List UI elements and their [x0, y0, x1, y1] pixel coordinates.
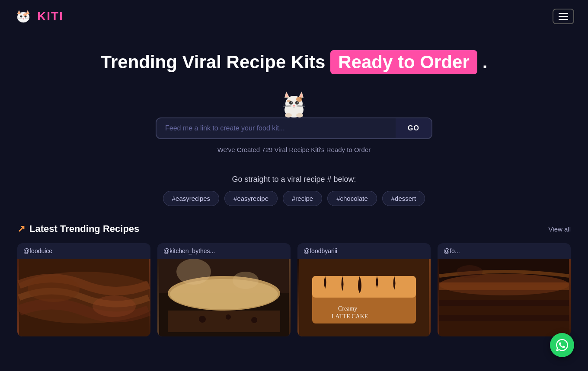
logo[interactable]: KITI [14, 7, 64, 26]
cat-mascot [9, 87, 579, 122]
svg-point-34 [296, 113, 303, 117]
recipe-card[interactable]: @foodbyariii Creamy LATTE CAKE [297, 243, 431, 336]
svg-point-26 [291, 101, 292, 102]
card-author: @foodbyariii [297, 243, 431, 259]
trending-title-container: ↗ Latest Trending Recipes [17, 223, 139, 235]
svg-rect-43 [168, 311, 280, 332]
view-all-link[interactable]: View all [549, 225, 571, 233]
card-author: @fooduice [17, 243, 150, 259]
svg-point-27 [297, 101, 298, 102]
card-image [17, 259, 150, 336]
hero-section: Trending Viral Recipe Kits Ready to Orde… [0, 33, 588, 175]
svg-point-28 [293, 105, 295, 107]
logo-icon [14, 7, 33, 26]
svg-point-6 [20, 16, 22, 18]
viral-section: Go straight to a viral recipe # below: #… [0, 175, 588, 206]
hero-title-dot: . [483, 52, 488, 73]
svg-point-33 [285, 113, 292, 117]
recipe-cards-container: @fooduice @kitchen_bythes... [17, 243, 571, 336]
card-image [157, 259, 291, 336]
hashtag-pill[interactable]: #recipe [283, 191, 322, 206]
trending-arrow-icon: ↗ [17, 223, 25, 235]
svg-line-12 [17, 19, 22, 19]
svg-point-60 [457, 265, 483, 278]
svg-rect-51 [312, 276, 416, 298]
hamburger-line-2 [559, 16, 568, 17]
svg-point-38 [93, 295, 136, 317]
hero-title: Trending Viral Recipe Kits Ready to Orde… [9, 50, 579, 74]
hashtag-list: #easyrecipes#easyrecipe#recipe#chocolate… [0, 191, 588, 206]
svg-point-37 [28, 276, 80, 302]
svg-point-8 [21, 16, 22, 16]
svg-point-47 [226, 314, 231, 320]
whatsapp-button[interactable] [550, 333, 574, 357]
svg-point-15 [23, 13, 27, 16]
svg-point-25 [295, 101, 299, 105]
svg-point-46 [199, 316, 206, 323]
whatsapp-icon [556, 339, 568, 351]
hashtag-pill[interactable]: #easyrecipe [224, 191, 278, 206]
card-author: @kitchen_bythes... [157, 243, 291, 259]
hashtag-pill[interactable]: #easyrecipes [163, 191, 219, 206]
hamburger-line-3 [559, 19, 568, 20]
svg-line-14 [25, 19, 29, 19]
recipe-card[interactable]: @fo... [438, 243, 571, 336]
trending-title-text: Latest Trending Recipes [29, 223, 139, 235]
svg-point-10 [23, 18, 24, 19]
svg-point-44 [176, 259, 211, 285]
recipe-card[interactable]: @kitchen_bythes... [157, 243, 291, 336]
subtitle-text: We've Created 729 Viral Recipe Kiti's Re… [9, 146, 579, 153]
card-image: Creamy LATTE CAKE [297, 259, 431, 336]
svg-rect-58 [439, 300, 569, 306]
cat-mascot-icon [277, 87, 311, 122]
hashtag-pill[interactable]: #dessert [382, 191, 425, 206]
recipe-card[interactable]: @fooduice [17, 243, 150, 336]
hamburger-line-1 [559, 13, 568, 14]
viral-label: Go straight to a viral recipe # below: [0, 175, 588, 184]
svg-point-42 [170, 279, 278, 309]
svg-point-48 [251, 317, 257, 323]
svg-point-24 [289, 101, 293, 105]
hashtag-pill[interactable]: #chocolate [327, 191, 377, 206]
svg-rect-59 [439, 315, 569, 321]
header: KITI [0, 0, 588, 33]
menu-button[interactable] [553, 9, 574, 24]
hero-title-highlight: Ready to Order [330, 50, 477, 74]
svg-rect-57 [439, 282, 569, 290]
svg-point-45 [233, 272, 259, 289]
svg-text:Creamy: Creamy [338, 305, 357, 312]
hero-title-main: Trending Viral Recipe Kits [101, 52, 326, 73]
card-author: @fo... [438, 243, 571, 259]
logo-text: KITI [37, 10, 64, 23]
trending-section: ↗ Latest Trending Recipes View all @food… [0, 215, 588, 345]
trending-header: ↗ Latest Trending Recipes View all [17, 223, 571, 235]
svg-text:LATTE CAKE: LATTE CAKE [332, 313, 368, 320]
card-image [438, 259, 571, 336]
